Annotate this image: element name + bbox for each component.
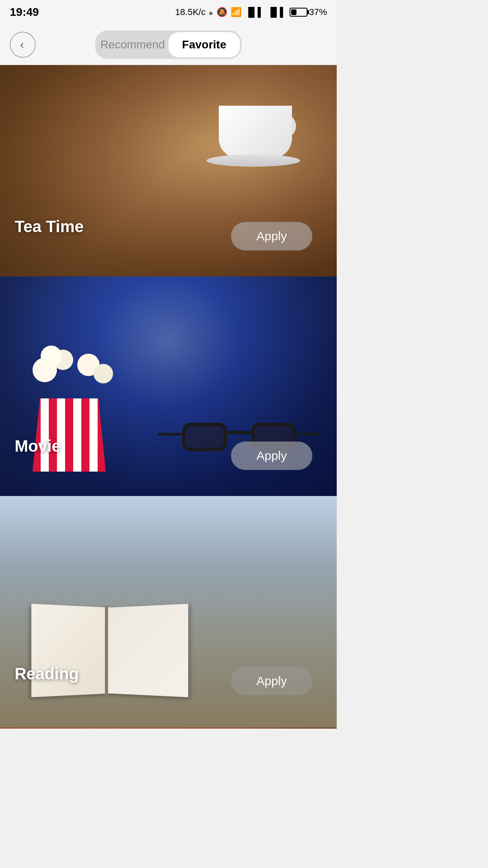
scene-bg-tea: Tea Time Apply	[0, 65, 337, 276]
status-icons: 18.5K/c ⁎ 🔕 📶 ▐▌▌ ▐▌▌ 37%	[175, 7, 327, 17]
back-button[interactable]: ‹	[10, 32, 36, 58]
battery-indicator: 37%	[290, 7, 327, 17]
scene-bg-reading: Reading Apply	[0, 496, 337, 728]
content-area: Tea Time Apply	[0, 65, 337, 729]
glasses-bridge	[227, 431, 251, 434]
scene-card-movie: Movie Apply	[0, 276, 337, 496]
popcorn-top	[24, 342, 114, 398]
cup-saucer	[207, 154, 300, 167]
scene-title-tea: Tea Time	[15, 218, 84, 236]
tab-favorite[interactable]: Favorite	[168, 32, 240, 57]
tea-cup-decoration	[207, 89, 304, 171]
scene-bg-movie: Movie Apply	[0, 276, 337, 496]
scene-card-bokeh	[0, 728, 337, 729]
scene-card-reading: Reading Apply	[0, 496, 337, 728]
apply-button-tea[interactable]: Apply	[231, 222, 312, 250]
scene-title-movie: Movie	[15, 437, 61, 455]
popcorn-ball-4	[94, 364, 113, 383]
signal-icon-1: ▐▌▌	[245, 7, 264, 17]
scene-bg-bokeh	[0, 728, 337, 729]
battery-percent: 37%	[309, 7, 327, 17]
network-speed: 18.5K/c	[175, 7, 206, 17]
battery-box	[290, 8, 307, 17]
glasses-arm-left	[158, 433, 182, 435]
glasses-arm-right	[296, 433, 320, 435]
status-time: 19:49	[10, 6, 39, 19]
popcorn-ball-5	[41, 346, 62, 367]
wifi-icon: 📶	[231, 7, 242, 17]
tab-toggle: Recommend Favorite	[95, 30, 242, 59]
tab-recommend[interactable]: Recommend	[97, 32, 168, 57]
status-bar: 19:49 18.5K/c ⁎ 🔕 📶 ▐▌▌ ▐▌▌ 37%	[0, 0, 337, 24]
signal-icon-2: ▐▌▌	[267, 7, 286, 17]
book-decoration	[33, 598, 195, 703]
glasses-frame-left	[182, 423, 227, 451]
back-chevron-icon: ‹	[20, 38, 24, 51]
popcorn-box	[33, 398, 106, 472]
scene-title-reading: Reading	[15, 665, 79, 683]
book-right-page	[108, 604, 188, 697]
book-left-page	[31, 604, 111, 697]
mute-icon: 🔕	[216, 7, 227, 17]
apply-button-reading[interactable]: Apply	[231, 667, 312, 695]
apply-button-movie[interactable]: Apply	[231, 442, 312, 470]
cup-body	[219, 106, 292, 159]
nav-bar: ‹ Recommend Favorite	[0, 24, 337, 65]
bluetooth-icon: ⁎	[209, 7, 213, 17]
battery-fill	[291, 9, 296, 15]
scene-card-tea-time: Tea Time Apply	[0, 65, 337, 276]
